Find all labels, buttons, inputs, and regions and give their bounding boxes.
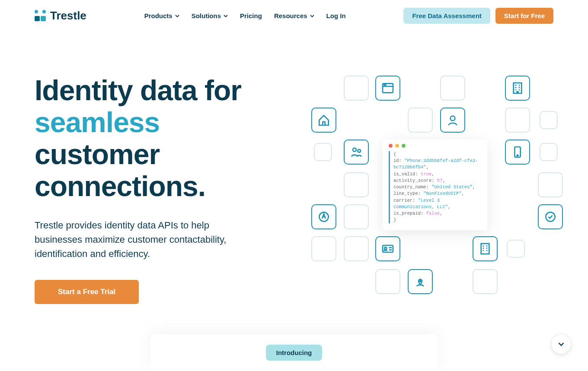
intro-pill: Introducing bbox=[266, 345, 323, 361]
tile-empty bbox=[473, 269, 498, 294]
code-sample: { id: "Phone.3ddbb6fef-a2df-cfe3-bc7128b… bbox=[383, 140, 487, 230]
nav-products[interactable]: Products bbox=[144, 12, 179, 19]
svg-point-1 bbox=[384, 85, 385, 86]
svg-point-4 bbox=[451, 116, 455, 121]
verified-icon bbox=[538, 204, 563, 229]
svg-point-2 bbox=[385, 85, 386, 86]
svg-point-8 bbox=[517, 155, 518, 156]
hero-title: Identity data for seamless customer conn… bbox=[35, 75, 277, 203]
chevron-down-icon bbox=[310, 14, 314, 18]
chevron-down-icon bbox=[558, 341, 564, 347]
logo-mark-icon bbox=[35, 10, 47, 22]
scroll-down-button[interactable] bbox=[552, 335, 571, 354]
tile-empty bbox=[375, 269, 400, 294]
tile-empty bbox=[344, 172, 369, 197]
phone-icon bbox=[505, 140, 530, 165]
tile-empty bbox=[540, 111, 558, 129]
start-trial-button[interactable]: Start a Free Trial bbox=[35, 280, 139, 304]
group-icon bbox=[344, 140, 369, 165]
tile-empty bbox=[344, 76, 369, 101]
start-free-button[interactable]: Start for Free bbox=[495, 8, 553, 24]
chevron-down-icon bbox=[224, 14, 228, 18]
svg-point-6 bbox=[358, 149, 361, 152]
logo[interactable]: Trestle bbox=[35, 9, 86, 22]
tile-empty bbox=[311, 236, 336, 261]
hero-illustration: { id: "Phone.3ddbb6fef-a2df-cfe3-bc7128b… bbox=[294, 70, 553, 312]
location-icon bbox=[408, 269, 433, 294]
tile-empty bbox=[344, 236, 369, 261]
tile-empty bbox=[344, 204, 369, 229]
tile-empty bbox=[538, 172, 563, 197]
office-icon bbox=[473, 236, 498, 261]
hero-subtitle: Trestle provides identity data APIs to h… bbox=[35, 218, 233, 261]
tile-empty bbox=[540, 143, 558, 161]
tile-empty bbox=[408, 108, 433, 133]
nav-resources[interactable]: Resources bbox=[274, 12, 314, 19]
tile-empty bbox=[507, 240, 525, 258]
home-icon bbox=[311, 108, 336, 133]
building-icon bbox=[505, 76, 530, 101]
tile-empty bbox=[505, 108, 530, 133]
badge-a-icon bbox=[311, 204, 336, 229]
browser-icon bbox=[375, 76, 400, 101]
site-header: Trestle Products Solutions Pricing Resou… bbox=[0, 0, 588, 32]
user-icon bbox=[440, 108, 465, 133]
nav-solutions[interactable]: Solutions bbox=[192, 12, 228, 19]
tile-empty bbox=[314, 143, 332, 161]
id-card-icon bbox=[375, 236, 400, 261]
svg-point-12 bbox=[384, 247, 387, 249]
main-nav: Products Solutions Pricing Resources Log… bbox=[144, 12, 346, 19]
window-traffic-lights-icon bbox=[389, 144, 481, 148]
svg-rect-13 bbox=[481, 244, 489, 254]
free-assessment-button[interactable]: Free Data Assessment bbox=[403, 8, 490, 24]
tile-empty bbox=[440, 76, 465, 101]
nav-pricing[interactable]: Pricing bbox=[240, 12, 262, 19]
intro-card: Introducing bbox=[150, 334, 438, 371]
brand-name: Trestle bbox=[50, 9, 86, 22]
svg-point-5 bbox=[353, 148, 356, 152]
chevron-down-icon bbox=[175, 14, 179, 18]
nav-login[interactable]: Log In bbox=[326, 12, 346, 19]
hero-content: Identity data for seamless customer conn… bbox=[35, 70, 277, 312]
svg-point-14 bbox=[420, 280, 421, 282]
